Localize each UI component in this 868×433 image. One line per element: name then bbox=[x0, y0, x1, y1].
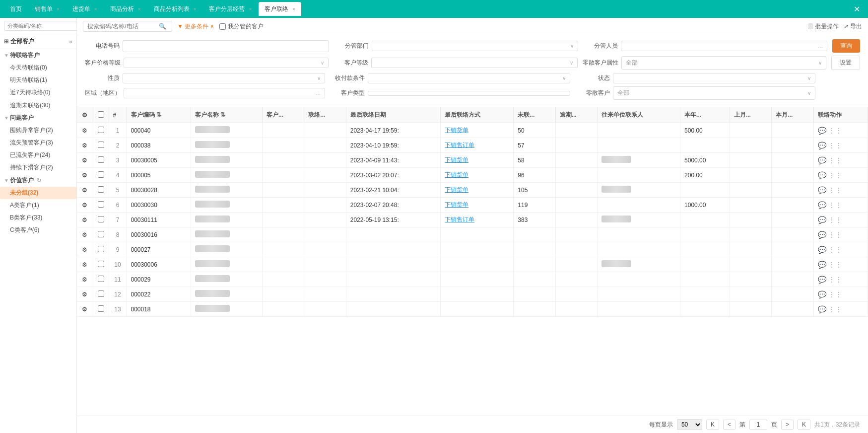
chat-icon[interactable]: 💬 bbox=[818, 231, 826, 239]
phone-input[interactable] bbox=[123, 40, 329, 52]
more-actions-icon[interactable]: ⋮⋮ bbox=[828, 231, 842, 239]
method-link[interactable]: 下销售订单 bbox=[445, 216, 474, 223]
chat-icon[interactable]: 💬 bbox=[818, 246, 826, 254]
close-icon[interactable]: × bbox=[94, 6, 97, 12]
td-gear[interactable]: ⚙ bbox=[77, 213, 93, 227]
tab-customer-contact[interactable]: 客户联络 × bbox=[259, 2, 301, 16]
dept-select[interactable]: ∨ bbox=[372, 41, 578, 51]
td-check[interactable] bbox=[93, 302, 109, 317]
chat-icon[interactable]: 💬 bbox=[818, 276, 826, 284]
td-check[interactable] bbox=[93, 138, 109, 153]
tab-sales[interactable]: 销售单 × bbox=[29, 2, 66, 16]
sidebar-item-churned[interactable]: 已流失客户(24) bbox=[0, 149, 76, 161]
sidebar-group-pending[interactable]: ▼ 待联络客户 bbox=[0, 49, 76, 62]
sidebar-item-ungroup[interactable]: 未分组(32) bbox=[0, 187, 76, 199]
td-check[interactable] bbox=[93, 287, 109, 302]
method-link[interactable]: 下销售订单 bbox=[445, 142, 474, 148]
sidebar-group-problem[interactable]: ▼ 问题客户 bbox=[0, 112, 76, 124]
more-actions-icon[interactable]: ⋮⋮ bbox=[828, 156, 842, 164]
th-last-date[interactable]: 最后联络日期 bbox=[346, 107, 440, 123]
sidebar-item-today[interactable]: 今天待联络(0) bbox=[0, 62, 76, 74]
sidebar-item-c-class[interactable]: C类客户(6) bbox=[0, 224, 76, 236]
region-select[interactable]: … bbox=[124, 88, 325, 98]
person-select[interactable]: … bbox=[621, 41, 827, 51]
td-check[interactable] bbox=[93, 242, 109, 257]
filter-search-input[interactable] bbox=[87, 23, 157, 30]
chat-icon[interactable]: 💬 bbox=[818, 216, 826, 224]
more-icon[interactable]: … bbox=[316, 90, 321, 96]
td-check[interactable] bbox=[93, 123, 109, 138]
sidebar-item-tomorrow[interactable]: 明天待联络(1) bbox=[0, 74, 76, 86]
more-actions-icon[interactable]: ⋮⋮ bbox=[828, 290, 842, 298]
customer-level-select[interactable]: ∨ bbox=[371, 58, 577, 68]
tab-product-list[interactable]: 商品分析列表 × bbox=[148, 2, 202, 16]
reset-button[interactable]: 设置 bbox=[831, 56, 860, 70]
close-icon[interactable]: × bbox=[194, 6, 197, 12]
first-page-button[interactable]: K bbox=[706, 420, 719, 430]
td-check[interactable] bbox=[93, 227, 109, 242]
method-link[interactable]: 下销货单 bbox=[445, 201, 468, 208]
sidebar-item-b-class[interactable]: B类客户(33) bbox=[0, 212, 76, 224]
td-check[interactable] bbox=[93, 168, 109, 183]
more-actions-icon[interactable]: ⋮⋮ bbox=[828, 305, 842, 313]
more-actions-icon[interactable]: ⋮⋮ bbox=[828, 276, 842, 284]
more-actions-icon[interactable]: ⋮⋮ bbox=[828, 261, 842, 269]
td-gear[interactable]: ⚙ bbox=[77, 168, 93, 183]
refresh-icon[interactable]: ↻ bbox=[37, 177, 41, 184]
td-gear[interactable]: ⚙ bbox=[77, 287, 93, 302]
tab-purchase[interactable]: 进货单 × bbox=[67, 2, 103, 16]
nature-select[interactable]: ∨ bbox=[123, 73, 325, 83]
chat-icon[interactable]: 💬 bbox=[818, 290, 826, 298]
payment-select[interactable]: ∨ bbox=[368, 73, 570, 83]
td-last-method[interactable] bbox=[441, 257, 514, 272]
th-unit-contact[interactable]: 往来单位联系人 bbox=[598, 107, 680, 123]
td-gear[interactable]: ⚙ bbox=[77, 302, 93, 317]
tab-product-analysis[interactable]: 商品分析 × bbox=[104, 2, 147, 16]
collapse-icon[interactable]: « bbox=[69, 38, 72, 45]
td-check[interactable] bbox=[93, 198, 109, 213]
td-last-method[interactable]: 下销售订单 bbox=[441, 138, 514, 153]
more-actions-icon[interactable]: ⋮⋮ bbox=[828, 201, 842, 209]
query-button[interactable]: 查询 bbox=[832, 39, 860, 53]
sidebar-search-input[interactable] bbox=[4, 21, 77, 31]
td-gear[interactable]: ⚙ bbox=[77, 257, 93, 272]
td-last-method[interactable] bbox=[441, 302, 514, 317]
th-overdue[interactable]: 逾期... bbox=[555, 107, 597, 123]
more-actions-icon[interactable]: ⋮⋮ bbox=[828, 142, 842, 149]
sidebar-item-abnormal[interactable]: 囤购异常客户(2) bbox=[0, 124, 76, 137]
chat-icon[interactable]: 💬 bbox=[818, 186, 826, 194]
th-gear[interactable]: ⚙ bbox=[77, 107, 93, 123]
more-actions-icon[interactable]: ⋮⋮ bbox=[828, 186, 842, 194]
th-this-month[interactable]: 本月... bbox=[772, 107, 813, 123]
tab-customer-segment[interactable]: 客户分层经营 × bbox=[203, 2, 258, 16]
retail-customer-select[interactable]: 全部 ∨ bbox=[613, 86, 815, 100]
th-name[interactable]: 客户名称 ⇅ bbox=[191, 107, 263, 123]
td-last-method[interactable] bbox=[441, 272, 514, 287]
td-check[interactable] bbox=[93, 213, 109, 227]
th-last-month[interactable]: 上月... bbox=[730, 107, 771, 123]
td-gear[interactable]: ⚙ bbox=[77, 138, 93, 153]
td-gear[interactable]: ⚙ bbox=[77, 123, 93, 138]
sidebar-all-customers[interactable]: ⊞ 全部客户 « bbox=[0, 34, 76, 49]
td-last-method[interactable] bbox=[441, 287, 514, 302]
customer-type-select[interactable] bbox=[368, 91, 570, 96]
page-number-input[interactable] bbox=[749, 420, 767, 430]
td-check[interactable] bbox=[93, 153, 109, 168]
nav-home[interactable]: 首页 bbox=[4, 5, 28, 13]
method-link[interactable]: 下销货单 bbox=[445, 127, 468, 134]
td-last-method[interactable]: 下销售订单 bbox=[441, 213, 514, 227]
status-select[interactable]: ∨ bbox=[613, 73, 815, 83]
td-last-method[interactable] bbox=[441, 227, 514, 242]
chat-icon[interactable]: 💬 bbox=[818, 171, 826, 179]
td-gear[interactable]: ⚙ bbox=[77, 198, 93, 213]
sidebar-group-value[interactable]: ▼ 价值客户 ↻ bbox=[0, 174, 76, 187]
method-link[interactable]: 下销货单 bbox=[445, 156, 468, 163]
next-page-button[interactable]: > bbox=[781, 420, 794, 430]
close-icon[interactable]: × bbox=[292, 6, 295, 12]
retail-attr-select[interactable]: 全部 ∨ bbox=[621, 56, 826, 70]
td-last-method[interactable]: 下销货单 bbox=[441, 168, 514, 183]
td-last-method[interactable] bbox=[441, 242, 514, 257]
td-last-method[interactable]: 下销货单 bbox=[441, 123, 514, 138]
th-check[interactable] bbox=[93, 107, 109, 123]
td-last-method[interactable]: 下销货单 bbox=[441, 198, 514, 213]
